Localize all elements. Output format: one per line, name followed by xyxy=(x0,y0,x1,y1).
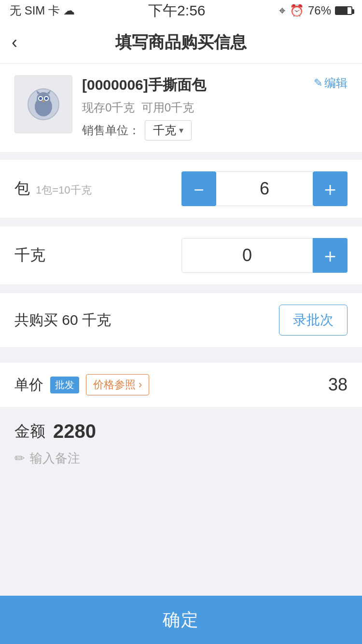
product-unit-row: 销售单位： 千克 ▾ xyxy=(82,120,348,140)
product-info: [0000006]手撕面包 现存0千克 可用0千克 销售单位： 千克 ▾ xyxy=(82,75,348,140)
nav-bar: ‹ 填写商品购买信息 xyxy=(0,21,362,64)
amount-section: 金额 2280 ✏ 输入备注 xyxy=(0,409,362,476)
page-title: 填写商品购买信息 xyxy=(115,31,247,54)
pack-row: 包 1包=10千克 － 6 ＋ xyxy=(14,160,348,218)
product-logo-icon xyxy=(27,87,60,121)
edit-button[interactable]: ✎ 编辑 xyxy=(314,75,348,91)
section-divider-3 xyxy=(0,355,362,363)
kg-input-section: 千克 0 ＋ xyxy=(0,226,362,284)
pack-label: 包 1包=10千克 xyxy=(14,178,92,199)
product-stock: 现存0千克 可用0千克 xyxy=(82,100,348,115)
back-button[interactable]: ‹ xyxy=(12,32,17,53)
battery-icon xyxy=(335,6,352,15)
price-row: 单价 批发 价格参照 › 38 xyxy=(14,374,348,395)
location-icon: ⌖ xyxy=(279,4,286,17)
pack-minus-button[interactable]: － xyxy=(181,171,216,206)
status-left: 无 SIM 卡 ☁ xyxy=(10,3,75,18)
section-divider xyxy=(0,219,362,226)
amount-label: 金额 xyxy=(14,421,45,442)
sim-label: 无 SIM 卡 ☁ xyxy=(10,3,75,18)
svg-point-6 xyxy=(45,97,48,100)
pack-value[interactable]: 6 xyxy=(216,171,313,206)
amount-value: 2280 xyxy=(53,420,96,442)
section-divider-2 xyxy=(0,285,362,293)
status-right: ⌖ ⏰ 76% xyxy=(279,4,352,17)
status-bar: 无 SIM 卡 ☁ 下午2:56 ⌖ ⏰ 76% xyxy=(0,0,362,21)
pack-input-section: 包 1包=10千克 － 6 ＋ xyxy=(0,160,362,218)
status-time: 下午2:56 xyxy=(148,1,205,21)
product-name: [0000006]手撕面包 xyxy=(82,75,348,95)
pencil-icon: ✏ xyxy=(14,451,25,466)
svg-point-5 xyxy=(39,97,42,100)
chevron-down-icon: ▾ xyxy=(179,125,183,136)
summary-text: 共购买 60 千克 xyxy=(14,310,111,330)
product-thumbnail xyxy=(14,75,72,133)
kg-controls: 0 ＋ xyxy=(181,238,348,273)
summary-section: 共购买 60 千克 录批次 xyxy=(0,293,362,347)
pack-hint: 1包=10千克 xyxy=(36,183,92,197)
pack-controls: － 6 ＋ xyxy=(181,171,348,206)
wholesale-badge: 批发 xyxy=(50,377,79,393)
edit-icon: ✎ xyxy=(314,77,322,89)
kg-value[interactable]: 0 xyxy=(181,238,313,273)
battery-label: 76% xyxy=(308,4,331,17)
kg-plus-button[interactable]: ＋ xyxy=(313,238,348,273)
price-section: 单价 批发 价格参照 › 38 xyxy=(0,363,362,407)
price-label: 单价 xyxy=(14,375,43,395)
confirm-button[interactable]: 确定 xyxy=(0,596,362,644)
batch-button[interactable]: 录批次 xyxy=(279,305,348,336)
price-left: 单价 批发 价格参照 › xyxy=(14,374,149,395)
pack-plus-button[interactable]: ＋ xyxy=(313,171,348,206)
note-row[interactable]: ✏ 输入备注 xyxy=(14,450,348,467)
amount-row: 金额 2280 xyxy=(14,420,348,442)
product-section: [0000006]手撕面包 现存0千克 可用0千克 销售单位： 千克 ▾ ✎ 编… xyxy=(0,64,362,152)
price-value[interactable]: 38 xyxy=(328,375,348,395)
alarm-icon: ⏰ xyxy=(290,4,304,17)
unit-dropdown[interactable]: 千克 ▾ xyxy=(145,120,192,140)
kg-label: 千克 xyxy=(14,245,45,266)
price-ref-button[interactable]: 价格参照 › xyxy=(86,374,149,395)
note-placeholder: 输入备注 xyxy=(30,450,80,467)
kg-row: 千克 0 ＋ xyxy=(14,226,348,284)
